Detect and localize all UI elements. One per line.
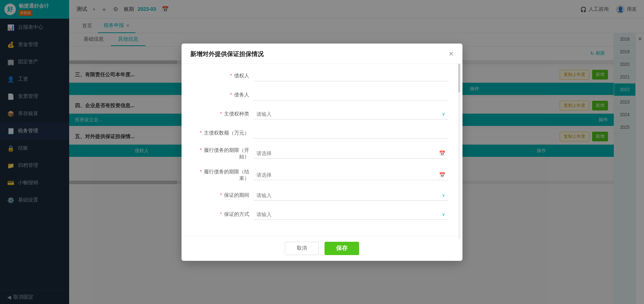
guarantee-method-label-text: 保证的方式: [224, 211, 249, 217]
select-guarantee-method[interactable]: [254, 209, 442, 219]
period-end-label-text: 履行债务的期限（结束）: [204, 169, 249, 181]
label-guarantee-period: * 保证的期间: [196, 192, 254, 199]
label-debtor: * 债务人: [196, 92, 254, 98]
modal-dialog: 新增对外提供保证担保情况 ✕ * 债权人 * 债务人: [182, 44, 462, 261]
creditor-label-text: 债权人: [234, 73, 249, 78]
chevron-down-icon-debt-type[interactable]: ∨: [442, 112, 448, 117]
debt-type-label-text: 主债权种类: [224, 111, 249, 117]
label-guarantee-method: * 保证的方式: [196, 211, 254, 218]
required-star-debt-amount: *: [200, 130, 202, 136]
date-period-end-wrap: 📅: [254, 170, 448, 180]
input-debtor[interactable]: [254, 90, 448, 100]
label-period-start: * 履行债务的期限（开始）: [196, 147, 254, 160]
guarantee-period-label-text: 保证的期间: [224, 192, 249, 198]
modal-footer: 取消 保存: [182, 236, 462, 261]
modal-scrollbar-track: [458, 64, 460, 239]
required-star-guarantee-method: *: [220, 211, 222, 217]
debt-amount-label-text: 主债权数额（万元）: [204, 130, 249, 136]
calendar-icon-start[interactable]: 📅: [439, 150, 448, 156]
field-guarantee-period: * 保证的期间 ∨: [196, 190, 448, 201]
save-button[interactable]: 保存: [325, 242, 359, 255]
modal-title: 新增对外提供保证担保情况: [190, 50, 264, 58]
date-period-start[interactable]: [254, 148, 439, 158]
required-star-debt-type: *: [220, 111, 222, 117]
field-period-start: * 履行债务的期限（开始） 📅: [196, 147, 448, 160]
debtor-label-text: 债务人: [234, 92, 249, 97]
select-guarantee-period-wrap: ∨: [254, 190, 448, 201]
field-debt-amount: * 主债权数额（万元）: [196, 128, 448, 139]
modal-header: 新增对外提供保证担保情况 ✕: [182, 44, 462, 64]
label-debt-amount: * 主债权数额（万元）: [196, 130, 254, 136]
select-debt-type[interactable]: [254, 109, 442, 119]
modal-overlay: 新增对外提供保证担保情况 ✕ * 债权人 * 债务人: [0, 0, 644, 304]
field-guarantee-method: * 保证的方式 ∨: [196, 209, 448, 220]
select-guarantee-period[interactable]: [254, 190, 442, 200]
select-debt-type-wrap: ∨: [254, 109, 448, 119]
input-debt-amount[interactable]: [254, 128, 448, 139]
field-debt-type: * 主债权种类 ∨: [196, 109, 448, 119]
date-period-start-wrap: 📅: [254, 148, 448, 159]
required-star-creditor: *: [230, 73, 232, 78]
field-debtor: * 债务人: [196, 90, 448, 100]
label-period-end: * 履行债务的期限（结束）: [196, 169, 254, 182]
calendar-icon-end[interactable]: 📅: [439, 172, 448, 178]
label-creditor: * 债权人: [196, 73, 254, 79]
label-debt-type: * 主债权种类: [196, 111, 254, 117]
required-star-guarantee-period: *: [220, 192, 222, 198]
modal-body: * 债权人 * 债务人 * 主债权种类: [182, 64, 462, 236]
required-star-debtor: *: [230, 92, 232, 97]
select-guarantee-method-wrap: ∨: [254, 209, 448, 220]
modal-scrollbar-thumb: [458, 64, 460, 92]
period-start-label-text: 履行债务的期限（开始）: [204, 147, 249, 159]
input-creditor[interactable]: [254, 71, 448, 81]
cancel-button[interactable]: 取消: [285, 242, 319, 255]
required-star-period-start: *: [200, 147, 202, 153]
modal-close-button[interactable]: ✕: [448, 50, 454, 58]
field-period-end: * 履行债务的期限（结束） 📅: [196, 169, 448, 182]
field-creditor: * 债权人: [196, 71, 448, 81]
chevron-down-icon-guarantee-period[interactable]: ∨: [442, 193, 448, 198]
required-star-period-end: *: [200, 169, 202, 174]
chevron-down-icon-guarantee-method[interactable]: ∨: [442, 212, 448, 217]
date-period-end[interactable]: [254, 170, 439, 180]
